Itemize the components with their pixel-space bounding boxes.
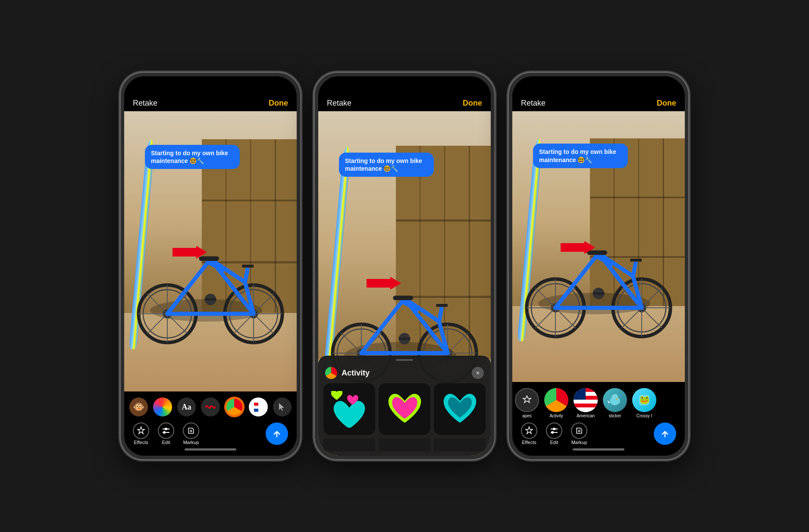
svg-marker-82 xyxy=(561,241,595,254)
svg-marker-23 xyxy=(172,246,207,259)
sticker-icons-row-1: 🐵 Aa xyxy=(124,395,297,419)
svg-line-19 xyxy=(245,268,248,282)
effects-button-1[interactable]: Effects xyxy=(133,422,149,445)
markup-button-1[interactable]: Markup xyxy=(183,422,199,445)
scribble-icon-1[interactable] xyxy=(201,397,219,416)
text-bubble-3: Starting to do my own bike maintenance 🤓… xyxy=(533,144,628,168)
action-row-1: Effects xyxy=(124,419,297,447)
tray-activity[interactable]: Activity xyxy=(543,388,569,418)
notch xyxy=(176,76,245,89)
sticker-grid-row2 xyxy=(318,438,491,451)
red-arrow-2 xyxy=(367,277,397,290)
svg-rect-86 xyxy=(574,400,598,404)
done-button-3[interactable]: Done xyxy=(657,99,676,108)
edit-button-1[interactable]: Edit xyxy=(158,422,174,445)
svg-rect-87 xyxy=(574,404,598,407)
activity-icon-1[interactable] xyxy=(225,397,244,416)
svg-point-98 xyxy=(553,428,555,430)
retake-button-3[interactable]: Retake xyxy=(521,99,546,108)
activity-title-text: Activity xyxy=(342,369,370,378)
retake-button-1[interactable]: Retake xyxy=(133,99,157,108)
red-arrow-3 xyxy=(561,241,591,254)
tray-shapes[interactable]: apes xyxy=(514,388,540,418)
red-arrow-1 xyxy=(172,246,203,259)
activity-header: Activity × xyxy=(318,361,491,383)
svg-rect-88 xyxy=(574,407,598,412)
send-button-1[interactable] xyxy=(266,422,288,445)
svg-rect-53 xyxy=(393,295,413,300)
edit-button-3[interactable]: Edit xyxy=(546,422,562,445)
done-button-2[interactable]: Done xyxy=(463,99,482,108)
svg-rect-26 xyxy=(254,409,258,412)
bike-photo-1: Starting to do my own bike maintenance 🤓… xyxy=(124,111,297,391)
photo-area-3: Starting to do my own bike maintenance 🤓… xyxy=(512,111,685,382)
nav-bar-3: Retake Done xyxy=(512,95,685,111)
activity-overlay: Activity × xyxy=(318,356,491,456)
effects-button-3[interactable]: Effects xyxy=(521,422,537,445)
svg-rect-24 xyxy=(254,403,258,406)
phones-container: Retake Done xyxy=(111,63,698,469)
svg-marker-58 xyxy=(367,277,401,290)
bike-photo-3: Starting to do my own bike maintenance 🤓… xyxy=(512,111,685,382)
svg-line-78 xyxy=(633,262,636,276)
sticker-item-2[interactable] xyxy=(379,383,430,435)
phone-2: Retake Done xyxy=(314,72,495,460)
text-icon-1[interactable]: Aa xyxy=(177,397,196,416)
bottom-toolbar-1: 🐵 Aa xyxy=(124,391,297,456)
activity-title-icon xyxy=(325,367,337,379)
sticker-tray-3: apes Activity xyxy=(512,385,685,419)
svg-line-54 xyxy=(439,307,442,321)
flag-icon-1[interactable] xyxy=(249,397,267,416)
svg-point-93 xyxy=(614,397,615,397)
notch-3 xyxy=(564,76,633,89)
bottom-toolbar-3: apes Activity xyxy=(512,382,685,456)
colors-icon-1[interactable] xyxy=(153,397,172,416)
done-button-1[interactable]: Done xyxy=(269,99,288,108)
sticker-item-3[interactable] xyxy=(434,383,486,435)
sticker-grid xyxy=(318,383,491,438)
sticker-item-1[interactable] xyxy=(323,383,375,435)
svg-point-29 xyxy=(165,428,167,430)
nav-bar-2: Retake Done xyxy=(318,95,491,111)
svg-point-91 xyxy=(611,394,618,401)
activity-title: Activity xyxy=(325,367,370,379)
retake-button-2[interactable]: Retake xyxy=(327,99,351,108)
svg-point-32 xyxy=(163,431,166,434)
notch-2 xyxy=(370,76,439,89)
text-bubble-2: Starting to do my own bike maintenance 🤓… xyxy=(339,153,434,177)
svg-rect-89 xyxy=(574,388,586,400)
cursor-icon-1[interactable] xyxy=(273,397,292,416)
memoji-icon-1[interactable]: 🐵 xyxy=(129,397,148,416)
home-indicator-3 xyxy=(573,448,624,451)
action-row-3: Effects xyxy=(512,419,685,447)
svg-text:🐸: 🐸 xyxy=(639,394,650,405)
nav-bar-1: Retake Done xyxy=(124,95,297,111)
phone-1: Retake Done xyxy=(120,72,301,460)
photo-area-1: Starting to do my own bike maintenance 🤓… xyxy=(124,111,297,391)
svg-point-101 xyxy=(551,431,554,434)
home-indicator-1 xyxy=(185,448,236,451)
phone-3: Retake Done xyxy=(508,72,689,460)
text-bubble-1: Starting to do my own bike maintenance 🤓… xyxy=(145,145,240,169)
tray-american[interactable]: American xyxy=(573,388,599,418)
markup-button-3[interactable]: Markup xyxy=(571,422,587,445)
activity-close-button[interactable]: × xyxy=(472,367,484,379)
svg-rect-25 xyxy=(254,406,258,409)
send-button-3[interactable] xyxy=(654,422,676,445)
tray-crossy[interactable]: 🐸 Crossy I xyxy=(631,388,657,418)
tray-sticker[interactable]: sticker xyxy=(602,388,628,418)
